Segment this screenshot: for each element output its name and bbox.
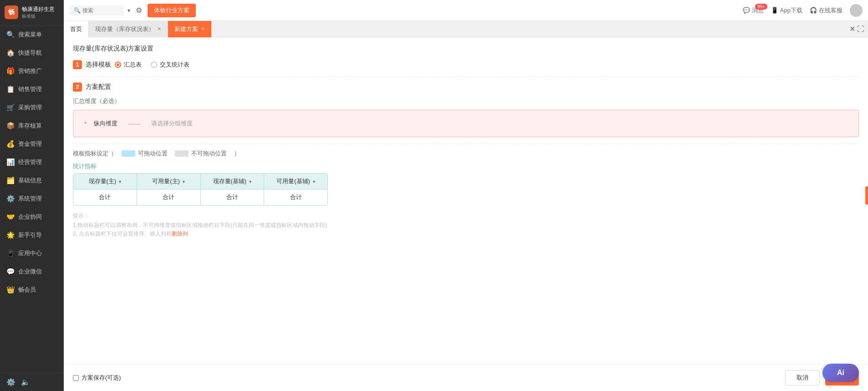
stats-cell-0-2: 合计 <box>201 190 265 205</box>
app-center-icon: 📱 <box>6 249 15 257</box>
stats-cell-0-1: 合计 <box>137 190 201 205</box>
stats-col-3[interactable]: 可用量(基辅) ▾ <box>264 174 327 189</box>
sidebar-item-marketing[interactable]: 🎁 营销推广 <box>0 62 64 80</box>
trial-btn[interactable]: 体验行业方案 <box>148 4 196 17</box>
tab-inventory-close-icon[interactable]: ✕ <box>157 26 161 32</box>
stats-col-1-chevron[interactable]: ▾ <box>183 179 185 184</box>
right-scroll-indicator <box>865 186 868 205</box>
sidebar-item-member[interactable]: 👑 畅会员 <box>0 281 64 299</box>
search-bar[interactable]: 🔍 <box>69 5 124 15</box>
tips-section: 提示： 1.拖动标题栏可以调整布局，不可跨维度或指标区域拖动栏目字段(只能在同一… <box>73 212 859 238</box>
stats-col-0[interactable]: 现存量(主) ▾ <box>73 174 137 189</box>
sidebar-item-purchase[interactable]: 🛒 采购管理 <box>0 98 64 117</box>
sidebar-logo: 畅 畅康通好生意 标准版 <box>0 0 64 26</box>
sound-icon[interactable]: 🔈 <box>21 378 30 386</box>
stats-col-0-chevron[interactable]: ▾ <box>119 179 121 184</box>
radio-cross-dot <box>151 62 157 68</box>
message-badge: 99+ <box>755 4 767 10</box>
sidebar-item-label: 基础信息 <box>18 176 42 185</box>
sidebar-item-system[interactable]: ⚙️ 系统管理 <box>0 190 64 208</box>
sidebar-item-newbie[interactable]: 🌟 新手引导 <box>0 226 64 244</box>
sales-icon: 📋 <box>6 85 15 93</box>
dimension-box[interactable]: * 纵向维度 —— 请选择分组维度 <box>73 110 859 137</box>
ai-bubble[interactable]: Ai <box>822 364 859 382</box>
radio-summary-dot <box>115 62 121 68</box>
tab-home[interactable]: 首页 <box>64 21 89 37</box>
message-btn[interactable]: 💬 消息 99+ <box>743 6 764 15</box>
wechat-icon: 💬 <box>6 268 15 276</box>
tips-item-1: 2. 点击标题栏下拉可设置排序、插入列和删除列 <box>73 230 859 238</box>
app-logo-icon: 畅 <box>5 5 18 19</box>
tab-inventory-label: 现存量（库存状况表） <box>95 25 154 33</box>
service-icon: 🎧 <box>810 7 817 14</box>
movable-color-box <box>122 150 135 157</box>
inventory-icon: 📦 <box>6 122 15 130</box>
topbar-right: 💬 消息 99+ 📱 App下载 🎧 在线客服 <box>743 4 863 17</box>
summary-dim-label: 汇总维度（必选） <box>73 97 859 105</box>
tab-inventory-status[interactable]: 现存量（库存状况表） ✕ <box>89 21 168 37</box>
tips-highlight-delete: 删除列 <box>172 231 188 237</box>
stats-col-2-chevron[interactable]: ▾ <box>249 179 251 184</box>
cancel-button[interactable]: 取消 <box>785 370 820 386</box>
tab-expand-icon[interactable]: ⛶ <box>857 25 864 33</box>
tab-new-plan-close-icon[interactable]: ✕ <box>201 26 205 32</box>
marketing-icon: 🎁 <box>6 67 15 75</box>
stats-col-0-label: 现存量(主) <box>89 177 117 185</box>
sidebar-item-basic-info[interactable]: 🗂️ 基础信息 <box>0 171 64 190</box>
sidebar-item-wechat[interactable]: 💬 企业微信 <box>0 262 64 281</box>
stats-cell-0-3: 合计 <box>264 190 327 205</box>
quick-nav-icon: 🏠 <box>6 49 15 57</box>
tips-title: 提示： <box>73 212 859 220</box>
sidebar-item-label: 畅会员 <box>18 286 36 294</box>
fixed-indicator: 不可拖动位置 <box>175 149 227 158</box>
sidebar-item-label: 资金管理 <box>18 140 42 148</box>
sidebar-item-label: 销售管理 <box>18 85 42 93</box>
message-icon: 💬 <box>743 7 750 14</box>
fixed-label: 不可拖动位置 <box>191 149 227 158</box>
radio-summary[interactable]: 汇总表 <box>115 61 142 69</box>
section-1: 1 选择模板 汇总表 交叉统计表 <box>73 60 859 69</box>
finance-icon: 💰 <box>6 140 15 148</box>
purchase-icon: 🛒 <box>6 103 15 112</box>
section-2-title: 方案配置 <box>86 83 111 91</box>
topbar-gear-icon[interactable]: ⚙ <box>136 6 142 15</box>
stats-label: 统计指标 <box>73 162 859 170</box>
tabs-bar: 首页 现存量（库存状况表） ✕ 新建方案 ✕ ✕ ⛶ <box>64 21 868 37</box>
stats-col-1[interactable]: 可用量(主) ▾ <box>137 174 201 189</box>
sidebar-item-finance[interactable]: 💰 资金管理 <box>0 135 64 153</box>
sidebar-item-enterprise[interactable]: 🤝 企业协同 <box>0 208 64 226</box>
section-1-title: 选择模板 <box>86 61 111 69</box>
indicator-close-paren: ） <box>234 149 240 158</box>
app-download-label: App下载 <box>780 6 802 15</box>
stats-col-3-chevron[interactable]: ▾ <box>313 179 315 184</box>
stats-col-2[interactable]: 现存量(基辅) ▾ <box>201 174 265 189</box>
settings-icon[interactable]: ⚙️ <box>6 378 15 386</box>
template-indicator-label: 模板指标设定（ <box>73 149 114 158</box>
topbar: 🔍 ▾ ⚙ 体验行业方案 💬 消息 99+ 📱 App下载 🎧 在线客服 <box>64 0 868 21</box>
sidebar-item-inventory[interactable]: 📦 库存核算 <box>0 117 64 135</box>
section-2-num: 2 <box>73 82 82 92</box>
tab-close-all-icon[interactable]: ✕ <box>849 25 855 33</box>
sidebar-item-label: 快捷导航 <box>18 49 42 57</box>
save-checkbox[interactable]: 方案保存(可选) <box>73 374 121 382</box>
sidebar-item-operation[interactable]: 📊 经营管理 <box>0 153 64 171</box>
app-download-btn[interactable]: 📱 App下载 <box>771 6 802 15</box>
radio-cross[interactable]: 交叉统计表 <box>151 61 189 69</box>
newbie-icon: 🌟 <box>6 231 15 239</box>
sidebar-item-search-menu[interactable]: 🔍 搜索菜单 <box>0 26 64 44</box>
enterprise-icon: 🤝 <box>6 213 15 221</box>
sidebar-item-sales[interactable]: 📋 销售管理 <box>0 80 64 98</box>
sidebar-item-app-center[interactable]: 📱 应用中心 <box>0 244 64 262</box>
basic-info-icon: 🗂️ <box>6 176 15 185</box>
search-input[interactable] <box>82 7 119 14</box>
online-service-btn[interactable]: 🎧 在线客服 <box>810 6 842 15</box>
tab-new-plan[interactable]: 新建方案 ✕ <box>168 21 212 37</box>
sidebar-item-quick-nav[interactable]: 🏠 快捷导航 <box>0 44 64 62</box>
system-icon: ⚙️ <box>6 195 15 203</box>
save-checkbox-input[interactable] <box>73 375 79 381</box>
dim-label: 纵向维度 <box>94 119 117 128</box>
topbar-chevron-icon[interactable]: ▾ <box>128 7 130 14</box>
sidebar-item-label: 搜索菜单 <box>18 31 42 39</box>
user-avatar[interactable] <box>850 4 863 17</box>
app-name: 畅康通好生意 <box>22 5 55 13</box>
